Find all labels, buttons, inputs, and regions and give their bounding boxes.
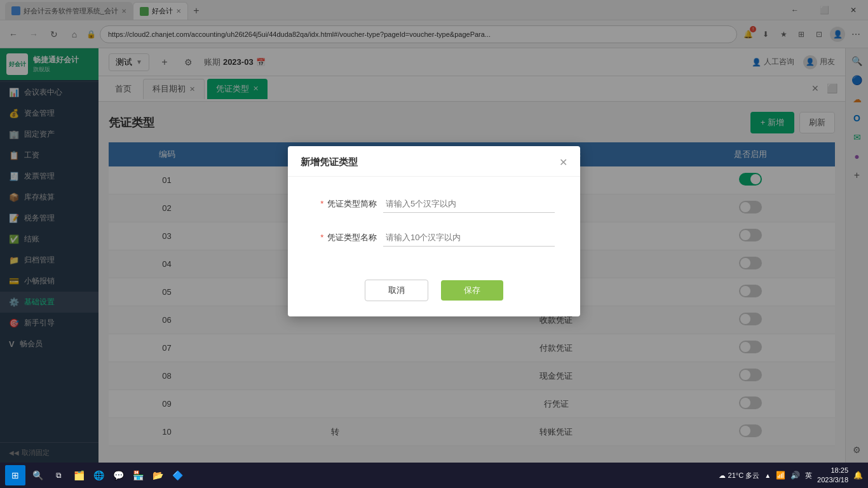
taskbar-volume-icon: 🔊 bbox=[790, 471, 800, 480]
taskbar: ⊞ 🔍 ⧉ 🗂️ 🌐 💬 🏪 📂 🔷 ☁ 21°C 多云 ▲ 📶 🔊 英 18:… bbox=[0, 463, 868, 488]
taskbar-chrome-icon[interactable]: 🌐 bbox=[90, 467, 107, 484]
taskbar-wechat-icon[interactable]: 💬 bbox=[110, 467, 126, 484]
taskbar-wifi-icon: 📶 bbox=[776, 471, 785, 480]
save-button[interactable]: 保存 bbox=[441, 280, 503, 301]
modal-body: * 凭证类型简称 * 凭证类型名称 bbox=[288, 177, 580, 274]
taskbar-folder-icon[interactable]: 📂 bbox=[149, 467, 166, 484]
taskbar-lang: 英 bbox=[805, 471, 812, 480]
modal-close-button[interactable]: ✕ bbox=[559, 156, 567, 168]
form-row-short: * 凭证类型简称 bbox=[313, 194, 555, 213]
taskbar-store-icon[interactable]: 🏪 bbox=[130, 467, 146, 484]
taskbar-weather-info: ☁ 21°C 多云 bbox=[719, 471, 760, 480]
taskbar-date: 2023/3/18 bbox=[817, 475, 848, 485]
taskbar-edge-icon[interactable]: 🔷 bbox=[169, 467, 186, 484]
taskbar-time: 18:25 bbox=[817, 466, 848, 475]
modal-footer: 取消 保存 bbox=[288, 274, 580, 316]
taskbar-time-area: 18:25 2023/3/18 bbox=[817, 466, 848, 485]
taskbar-search-button[interactable]: 🔍 bbox=[29, 466, 46, 484]
taskbar-multitask-button[interactable]: ⧉ bbox=[50, 466, 67, 484]
weather-text: 21°C 多云 bbox=[728, 471, 760, 480]
modal-header: 新增凭证类型 ✕ bbox=[288, 146, 580, 177]
taskbar-right-area: ☁ 21°C 多云 ▲ 📶 🔊 英 18:25 2023/3/18 🔔 bbox=[719, 466, 863, 485]
required-star-1: * bbox=[320, 199, 323, 208]
modal-dialog: 新增凭证类型 ✕ * 凭证类型简称 * bbox=[288, 146, 580, 316]
short-name-label: * 凭证类型简称 bbox=[313, 198, 383, 210]
taskbar-arrow-up[interactable]: ▲ bbox=[764, 472, 771, 479]
full-name-input[interactable] bbox=[383, 228, 555, 246]
modal-overlay: 新增凭证类型 ✕ * 凭证类型简称 * bbox=[0, 0, 868, 463]
modal-title: 新增凭证类型 bbox=[301, 156, 358, 168]
short-name-input[interactable] bbox=[383, 194, 555, 212]
start-button[interactable]: ⊞ bbox=[5, 465, 25, 485]
taskbar-notification-icon[interactable]: 🔔 bbox=[853, 471, 863, 480]
weather-icon: ☁ bbox=[719, 471, 726, 480]
cancel-button[interactable]: 取消 bbox=[365, 280, 428, 301]
form-row-fullname: * 凭证类型名称 bbox=[313, 228, 555, 247]
taskbar-files-icon[interactable]: 🗂️ bbox=[71, 467, 87, 484]
full-name-label: * 凭证类型名称 bbox=[313, 232, 383, 243]
required-star-2: * bbox=[320, 233, 323, 242]
